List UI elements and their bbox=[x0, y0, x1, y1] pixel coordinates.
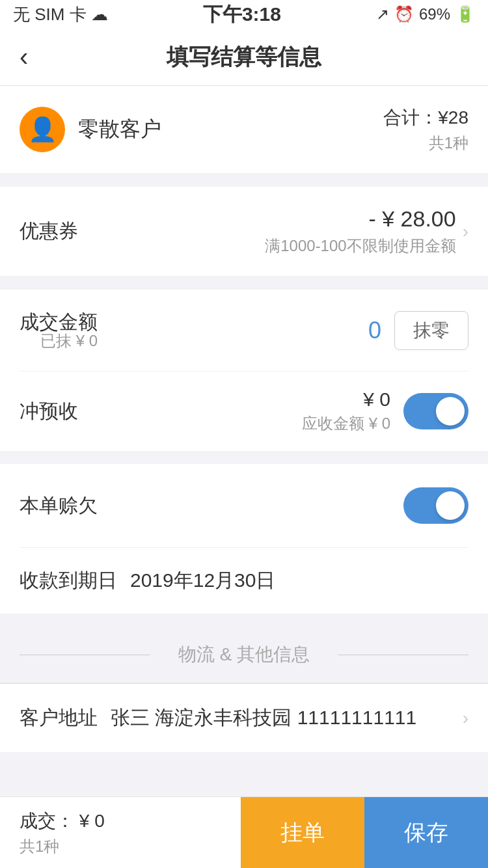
debt-label: 本单赊欠 bbox=[20, 493, 98, 519]
coupon-section: 优惠券 - ¥ 28.00 满1000-100不限制使用金额 › bbox=[0, 187, 488, 276]
separator-4 bbox=[0, 614, 488, 627]
chevron-right-icon: › bbox=[463, 708, 468, 729]
status-bar: 无 SIM 卡 ☁ 下午3:18 ↗ ⏰ 69% 🔋 bbox=[0, 0, 488, 29]
due-date-row: 收款到期日 2019年12月30日 bbox=[20, 547, 468, 614]
prepay-amounts: ¥ 0 应收金额 ¥ 0 bbox=[302, 388, 390, 434]
page-title: 填写结算等信息 bbox=[167, 42, 321, 72]
prepay-row: 冲预收 ¥ 0 应收金额 ¥ 0 bbox=[20, 372, 468, 451]
sim-status: 无 SIM 卡 ☁ bbox=[13, 3, 108, 26]
deal-amount-row: 成交金额 已抹 ¥ 0 0 抹零 bbox=[20, 290, 468, 372]
deal-right: 0 抹零 bbox=[342, 311, 468, 350]
status-right: ↗ ⏰ 69% 🔋 bbox=[376, 5, 475, 23]
coupon-detail: - ¥ 28.00 满1000-100不限制使用金额 bbox=[265, 206, 455, 256]
nav-bar: ‹ 填写结算等信息 bbox=[0, 29, 488, 86]
customer-section: 👤 零散客户 合计：¥28 共1种 bbox=[0, 86, 488, 174]
prepay-toggle[interactable] bbox=[403, 393, 468, 429]
alarm-icon: ⏰ bbox=[394, 5, 414, 23]
deal-sub: 已抹 ¥ 0 bbox=[20, 331, 98, 351]
status-left: 无 SIM 卡 ☁ bbox=[13, 3, 108, 26]
debt-section: 本单赊欠 收款到期日 2019年12月30日 bbox=[0, 464, 488, 614]
separator-1 bbox=[0, 174, 488, 187]
deal-section: 成交金额 已抹 ¥ 0 0 抹零 冲预收 ¥ 0 应收金额 ¥ 0 bbox=[0, 289, 488, 451]
customer-row: 👤 零散客户 合计：¥28 共1种 bbox=[0, 86, 488, 174]
logistics-section: 物流 & 其他信息 bbox=[0, 627, 488, 683]
back-button[interactable]: ‹ bbox=[20, 42, 28, 72]
prepay-label: 冲预收 bbox=[20, 398, 78, 425]
customer-total: 合计：¥28 共1种 bbox=[383, 105, 468, 154]
prepay-sub-text: 应收金额 ¥ 0 bbox=[302, 413, 390, 434]
separator-2 bbox=[0, 276, 488, 289]
debt-row: 本单赊欠 bbox=[20, 464, 468, 547]
round-button[interactable]: 抹零 bbox=[394, 311, 468, 350]
coupon-right: - ¥ 28.00 满1000-100不限制使用金额 › bbox=[265, 206, 468, 256]
chevron-right-icon: › bbox=[463, 221, 468, 242]
logistics-label: 物流 & 其他信息 bbox=[178, 644, 310, 664]
address-value: 张三 海淀永丰科技园 11111111111 bbox=[111, 705, 463, 731]
due-date-label: 收款到期日 bbox=[20, 567, 117, 594]
avatar: 👤 bbox=[20, 107, 65, 152]
avatar-icon: 👤 bbox=[28, 116, 57, 143]
customer-info: 👤 零散客户 bbox=[20, 107, 161, 152]
separator-3 bbox=[0, 451, 488, 464]
battery-level: 69% bbox=[419, 5, 450, 23]
bottom-deal-amount: 成交： ¥ 0 bbox=[20, 809, 221, 834]
coupon-label: 优惠券 bbox=[20, 218, 78, 245]
address-label: 客户地址 bbox=[20, 705, 98, 731]
due-date-value: 2019年12月30日 bbox=[130, 567, 275, 594]
coupon-row[interactable]: 优惠券 - ¥ 28.00 满1000-100不限制使用金额 › bbox=[0, 187, 488, 276]
deal-label-wrap: 成交金额 已抹 ¥ 0 bbox=[20, 309, 98, 351]
coupon-amount: - ¥ 28.00 bbox=[265, 206, 455, 232]
total-amount: 合计：¥28 bbox=[383, 105, 468, 130]
hold-button[interactable]: 挂单 bbox=[241, 797, 364, 869]
bottom-deal-count: 共1种 bbox=[20, 836, 221, 857]
prepay-main-amount: ¥ 0 bbox=[302, 388, 390, 411]
deal-amount-value: 0 bbox=[342, 317, 381, 344]
battery-icon: 🔋 bbox=[455, 5, 475, 23]
address-row[interactable]: 客户地址 张三 海淀永丰科技园 11111111111 › bbox=[20, 684, 468, 752]
save-button[interactable]: 保存 bbox=[364, 797, 488, 869]
bottom-bar: 成交： ¥ 0 共1种 挂单 保存 bbox=[0, 796, 488, 868]
status-time: 下午3:18 bbox=[203, 1, 281, 28]
prepay-right: ¥ 0 应收金额 ¥ 0 bbox=[302, 388, 468, 434]
address-section: 客户地址 张三 海淀永丰科技园 11111111111 › bbox=[0, 684, 488, 752]
customer-name: 零散客户 bbox=[78, 115, 161, 144]
deal-label: 成交金额 bbox=[20, 311, 98, 332]
total-count: 共1种 bbox=[383, 133, 468, 154]
coupon-desc: 满1000-100不限制使用金额 bbox=[265, 236, 455, 256]
location-icon: ↗ bbox=[376, 5, 389, 23]
bottom-info: 成交： ¥ 0 共1种 bbox=[0, 809, 241, 857]
debt-toggle[interactable] bbox=[403, 487, 468, 524]
